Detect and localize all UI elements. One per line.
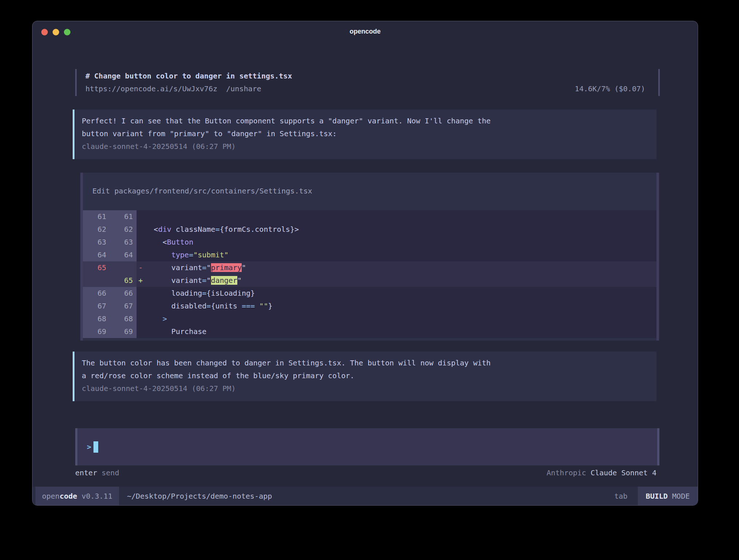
diff-gutter: 69 bbox=[83, 325, 110, 338]
diff-gutter: 66 bbox=[110, 287, 137, 300]
assistant-message: The button color has been changed to dan… bbox=[73, 352, 656, 401]
diff-row: 65- variant="primary" bbox=[83, 261, 656, 274]
diff-code-line: variant="primary" bbox=[145, 261, 656, 274]
diff-gutter: 65 bbox=[83, 261, 110, 274]
edit-tool-title: Edit packages/frontend/src/containers/Se… bbox=[83, 173, 656, 210]
diff-code-line: <div className={formCs.controls}> bbox=[145, 223, 656, 236]
model-indicator: Anthropic Claude Sonnet 4 bbox=[547, 467, 656, 479]
send-hint: enter send bbox=[75, 467, 119, 479]
message-meta: claude-sonnet-4-20250514 (06:27 PM) bbox=[82, 382, 656, 395]
diff-code-line: loading={isLoading} bbox=[145, 287, 656, 300]
statusbar-spacer bbox=[272, 487, 614, 505]
diff-row: 6464 type="submit" bbox=[83, 249, 656, 261]
diff-gutter: + bbox=[137, 274, 145, 287]
message-text: Perfect! I can see that the Button compo… bbox=[82, 115, 656, 140]
diff-gutter bbox=[137, 223, 145, 236]
diff-gutter: 64 bbox=[83, 249, 110, 261]
diff-code-line: disabled={units === ""} bbox=[145, 300, 656, 312]
text-cursor bbox=[93, 441, 98, 453]
prompt-input[interactable]: > bbox=[75, 428, 659, 465]
unshare-command[interactable]: /unshare bbox=[226, 83, 261, 95]
diff-gutter: 63 bbox=[83, 236, 110, 249]
diff-code-line: type="submit" bbox=[145, 249, 656, 261]
screen: opencode # Change button color to danger… bbox=[0, 0, 739, 560]
mode-indicator: BUILD MODE bbox=[638, 487, 698, 505]
diff-gutter bbox=[137, 300, 145, 312]
diff-code-line bbox=[145, 210, 656, 223]
session-subline: https://opencode.ai/s/UwJxv76z /unshare … bbox=[85, 83, 645, 95]
prompt-caret: > bbox=[87, 442, 91, 451]
diff-gutter bbox=[137, 236, 145, 249]
diff-row: 6868 > bbox=[83, 312, 656, 325]
app-version-badge: opencode v0.3.11 bbox=[35, 487, 119, 505]
status-bar: opencode v0.3.11 ~/Desktop/Projects/demo… bbox=[32, 487, 698, 505]
app-name-open: open bbox=[42, 492, 60, 500]
diff-gutter: 63 bbox=[110, 236, 137, 249]
session-title: # Change button color to danger in setti… bbox=[85, 70, 645, 83]
diff-gutter: 68 bbox=[110, 312, 137, 325]
opencode-window: opencode # Change button color to danger… bbox=[32, 21, 698, 506]
share-url: https://opencode.ai/s/UwJxv76z bbox=[85, 83, 217, 95]
diff-row: 6767 disabled={units === ""} bbox=[83, 300, 656, 312]
diff-gutter: 69 bbox=[110, 325, 137, 338]
tab-key-hint: tab bbox=[614, 487, 627, 505]
diff-code-line: > bbox=[145, 312, 656, 325]
working-directory: ~/Desktop/Projects/demo-notes-app bbox=[127, 487, 272, 505]
diff-gutter: 68 bbox=[83, 312, 110, 325]
diff-gutter bbox=[83, 274, 110, 287]
diff-row: 6969 Purchase bbox=[83, 325, 656, 338]
window-title: opencode bbox=[32, 28, 698, 35]
diff-gutter: 67 bbox=[110, 300, 137, 312]
diff-code-line: Purchase bbox=[145, 325, 656, 338]
session-header: # Change button color to danger in setti… bbox=[75, 69, 660, 96]
diff-gutter: 62 bbox=[110, 223, 137, 236]
token-usage: 14.6K/7% ($0.07) bbox=[575, 83, 645, 95]
diff-row: 6363 <Button bbox=[83, 236, 656, 249]
enter-key-label: enter bbox=[75, 468, 97, 477]
edit-tool-block: Edit packages/frontend/src/containers/Se… bbox=[80, 173, 659, 341]
diff-gutter: 67 bbox=[83, 300, 110, 312]
diff-code-line: <Button bbox=[145, 236, 656, 249]
diff-gutter: 66 bbox=[83, 287, 110, 300]
model-label: Claude Sonnet 4 bbox=[590, 468, 656, 477]
diff-code-line: variant="danger" bbox=[145, 274, 656, 287]
diff-row: 6666 loading={isLoading} bbox=[83, 287, 656, 300]
diff-row: 65+ variant="danger" bbox=[83, 274, 656, 287]
titlebar: opencode bbox=[32, 21, 698, 42]
diff-gutter bbox=[137, 287, 145, 300]
diff-gutter: 61 bbox=[110, 210, 137, 223]
diff-rows: 61616262 <div className={formCs.controls… bbox=[83, 210, 656, 338]
diff-gutter: 65 bbox=[110, 274, 137, 287]
provider-label: Anthropic bbox=[547, 468, 586, 477]
diff-gutter: - bbox=[137, 261, 145, 274]
diff-gutter bbox=[137, 325, 145, 338]
app-version-number: v0.3.11 bbox=[81, 492, 112, 500]
footer-hints: enter send Anthropic Claude Sonnet 4 bbox=[75, 467, 656, 479]
assistant-message: Perfect! I can see that the Button compo… bbox=[73, 110, 656, 159]
diff-row: 6262 <div className={formCs.controls}> bbox=[83, 223, 656, 236]
message-text: The button color has been changed to dan… bbox=[82, 357, 656, 382]
diff-gutter: 64 bbox=[110, 249, 137, 261]
diff-gutter bbox=[137, 210, 145, 223]
send-action-label: send bbox=[102, 468, 119, 477]
app-name-code: code bbox=[60, 492, 77, 500]
diff-row: 6161 bbox=[83, 210, 656, 223]
diff-gutter: 61 bbox=[83, 210, 110, 223]
mode-suffix: MODE bbox=[672, 492, 690, 500]
diff-gutter bbox=[110, 261, 137, 274]
diff-gutter bbox=[137, 312, 145, 325]
message-meta: claude-sonnet-4-20250514 (06:27 PM) bbox=[82, 140, 656, 153]
mode-name: BUILD bbox=[646, 492, 668, 500]
app-version bbox=[77, 492, 81, 500]
diff-gutter: 62 bbox=[83, 223, 110, 236]
diff-gutter bbox=[137, 249, 145, 261]
